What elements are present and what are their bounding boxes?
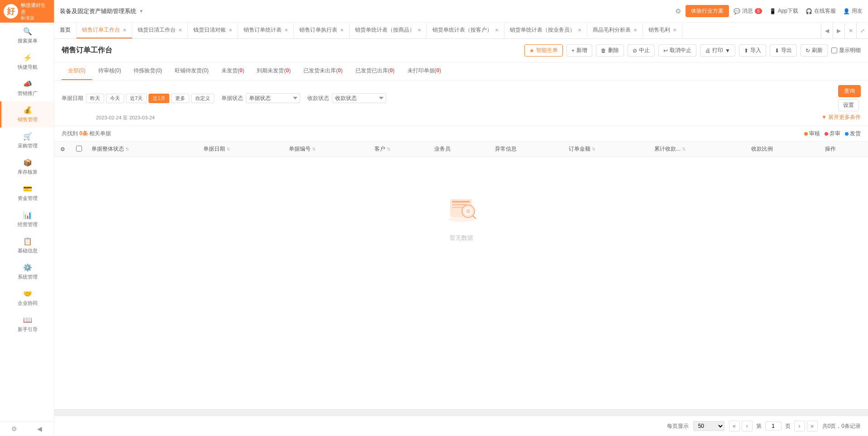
sort-number[interactable]: 单据编号⇅: [289, 145, 365, 153]
page-next-btn[interactable]: ›: [794, 421, 805, 431]
filter-tab-7[interactable]: 已发货已出库(0): [349, 62, 401, 80]
filter-tab-6[interactable]: 已发货未出库(0): [297, 62, 349, 80]
date-btn-0[interactable]: 昨天: [86, 94, 104, 103]
cancel-stop-btn[interactable]: ↩ 取消中止: [658, 44, 696, 57]
page-prev-btn[interactable]: ‹: [742, 421, 753, 431]
payment-select[interactable]: 收款状态: [332, 93, 386, 103]
online-service-btn[interactable]: 🎧 在线客服: [806, 7, 836, 15]
tab-prev-btn[interactable]: ◀: [821, 23, 833, 38]
tab-0[interactable]: 首页: [54, 23, 77, 38]
sidebar-item-quick[interactable]: ⚡ 快捷导航: [0, 49, 54, 75]
tab-close-10[interactable]: ✕: [673, 28, 676, 33]
date-btn-3[interactable]: 近1月: [149, 94, 169, 103]
tab-close-9[interactable]: ✕: [633, 28, 637, 33]
collapse-icon[interactable]: ◀: [29, 425, 51, 432]
col-checkbox[interactable]: [71, 142, 87, 157]
filter-tab-2[interactable]: 待拣验货(0): [127, 62, 168, 80]
page-input[interactable]: [765, 422, 782, 431]
cancel-audit-btn[interactable]: 弃审: [825, 130, 840, 137]
expand-btn[interactable]: ▼ 展开更多条件: [821, 114, 861, 121]
refresh-btn[interactable]: ↻ 刷新: [801, 44, 828, 57]
add-btn[interactable]: + 新增: [566, 44, 592, 57]
filter-tab-1[interactable]: 待审核(0): [92, 62, 128, 80]
tab-4[interactable]: 销售订单统计表✕: [238, 23, 294, 38]
ship-btn[interactable]: 发货: [845, 130, 861, 137]
sort-salesman[interactable]: 业务员: [434, 145, 486, 153]
page-content: 销售订单工作台 ★ 智能生单 + 新增 🗑 删除 ⊘ 中止: [54, 39, 868, 436]
date-btn-2[interactable]: 近7天: [126, 94, 147, 103]
filter-tab-3[interactable]: 旺铺待发货(0): [168, 62, 215, 80]
title-dropdown-arrow[interactable]: ▼: [139, 9, 144, 14]
sidebar-item-inventory[interactable]: 📦 库存核算: [0, 154, 54, 180]
tab-close-4[interactable]: ✕: [284, 28, 288, 33]
sidebar-item-search[interactable]: 🔍 搜索菜单: [0, 23, 54, 49]
filter-tab-5[interactable]: 到期未发货(0): [250, 62, 297, 80]
query-btn[interactable]: 查询: [838, 85, 861, 97]
status-select[interactable]: 单据状态: [246, 93, 300, 103]
tab-close-7[interactable]: ✕: [495, 28, 499, 33]
page-last-btn[interactable]: »: [807, 421, 818, 431]
tab-close-all-btn[interactable]: ✕: [844, 23, 856, 38]
message-btn[interactable]: 💬 消息 6: [734, 7, 762, 15]
sidebar-item-purchase[interactable]: 🛒 采购管理: [0, 128, 54, 154]
tab-maximize-btn[interactable]: ⤢: [856, 23, 868, 38]
sidebar-item-operation[interactable]: 📊 经营管理: [0, 206, 54, 232]
tab-close-2[interactable]: ✕: [178, 28, 182, 33]
select-all-checkbox[interactable]: [76, 146, 82, 152]
page-first-btn[interactable]: «: [729, 421, 740, 431]
sidebar-item-marketing[interactable]: 📣 营销推广: [0, 75, 54, 101]
app-download-btn[interactable]: 📱 App下载: [769, 7, 798, 15]
date-btn-4[interactable]: 更多: [171, 94, 189, 103]
tab-5[interactable]: 销售订单执行表✕: [294, 23, 350, 38]
setting-btn[interactable]: 设置: [838, 99, 859, 111]
sort-collected[interactable]: 累计收款...⇅: [654, 145, 742, 153]
col-setting[interactable]: ⚙: [54, 142, 71, 157]
sidebar-item-guide[interactable]: 📖 新手引导: [0, 311, 54, 337]
sort-date[interactable]: 单据日期⇅: [203, 145, 280, 153]
sidebar-item-system[interactable]: ⚙️ 系统管理: [0, 259, 54, 285]
settings-icon[interactable]: ⚙: [4, 425, 25, 432]
audit-btn[interactable]: 审核: [804, 130, 820, 137]
tab-6[interactable]: 销货单统计表（按商品）✕: [350, 23, 427, 38]
sort-amount[interactable]: 订单金额⇅: [569, 145, 645, 153]
filter-tab-8[interactable]: 未打印单据(0): [401, 62, 448, 80]
topbar-gear-icon[interactable]: ⚙: [675, 7, 681, 15]
setting-icon[interactable]: ⚙: [60, 146, 65, 152]
sidebar-item-sales[interactable]: 💰 销售管理: [0, 101, 54, 128]
sidebar-item-collab[interactable]: 🤝 企业协同: [0, 285, 54, 311]
tab-close-5[interactable]: ✕: [340, 28, 344, 33]
sort-status[interactable]: 单据整体状态⇅: [91, 145, 194, 153]
sidebar-item-finance[interactable]: 💳 资金管理: [0, 180, 54, 206]
date-btn-1[interactable]: 今天: [106, 94, 124, 103]
print-btn[interactable]: 🖨 打印 ▼: [700, 44, 735, 57]
tab-close-8[interactable]: ✕: [578, 28, 581, 33]
show-detail-label[interactable]: 显示明细: [831, 47, 861, 54]
import-btn[interactable]: ⬆ 导入: [739, 44, 766, 57]
smart-create-btn[interactable]: ★ 智能生单: [524, 44, 563, 57]
user-menu-btn[interactable]: 👤 用友: [843, 7, 863, 15]
tab-close-1[interactable]: ✕: [123, 28, 126, 33]
tab-close-3[interactable]: ✕: [229, 28, 232, 33]
industry-btn[interactable]: 体验行业方案: [686, 5, 729, 17]
filter-tab-0[interactable]: 全部(0): [62, 62, 92, 80]
tab-3[interactable]: 钱货日清对账✕: [188, 23, 238, 38]
tab-2[interactable]: 钱货日清工作台✕: [132, 23, 188, 38]
horizontal-scrollbar[interactable]: [54, 409, 868, 416]
tab-7[interactable]: 销货单统计表（按客户）✕: [427, 23, 504, 38]
show-detail-checkbox[interactable]: [831, 47, 837, 53]
tab-9[interactable]: 商品毛利分析表✕: [587, 23, 643, 38]
tab-8[interactable]: 销货单统计表（按业务员）✕: [504, 23, 587, 38]
delete-btn[interactable]: 🗑 删除: [596, 44, 624, 57]
tab-close-6[interactable]: ✕: [417, 28, 421, 33]
tab-10[interactable]: 销售毛利✕: [643, 23, 682, 38]
sort-customer[interactable]: 客户⇅: [374, 145, 425, 153]
stop-btn[interactable]: ⊘ 中止: [628, 44, 655, 57]
per-page-select[interactable]: 50 10 20 100: [693, 421, 724, 431]
tab-1[interactable]: 销售订单工作台✕: [77, 23, 132, 38]
filter-tab-4[interactable]: 未发货(0): [215, 62, 251, 80]
sort-abnormal[interactable]: 异常信息: [495, 145, 560, 153]
date-btn-5[interactable]: 自定义: [191, 94, 214, 103]
sidebar-item-basic[interactable]: 📋 基础信息: [0, 232, 54, 259]
tab-next-btn[interactable]: ▶: [833, 23, 844, 38]
export-btn[interactable]: ⬇ 导出: [770, 44, 797, 57]
